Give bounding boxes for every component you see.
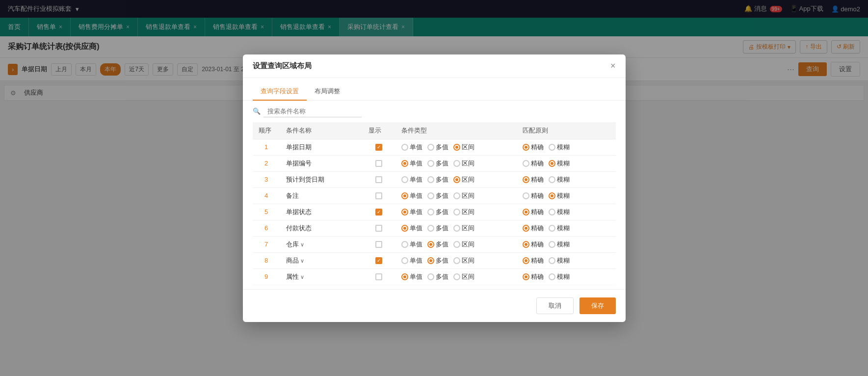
tab-layout-adjust[interactable]: 布局调整 [307, 83, 348, 101]
tab-layout-adjust-label: 布局调整 [315, 87, 340, 95]
dialog-close-button[interactable]: × [610, 61, 616, 70]
dialog-header: 设置查询区域布局 × [243, 54, 626, 78]
search-row: 🔍 [243, 101, 626, 106]
modal-overlay[interactable]: 设置查询区域布局 × 查询字段设置 布局调整 🔍 顺序 [0, 0, 868, 105]
tab-query-fields[interactable]: 查询字段设置 [253, 83, 307, 101]
settings-dialog: 设置查询区域布局 × 查询字段设置 布局调整 🔍 顺序 [243, 54, 626, 106]
dialog-title: 设置查询区域布局 [253, 61, 312, 71]
tab-query-fields-label: 查询字段设置 [261, 87, 299, 95]
dialog-tabs: 查询字段设置 布局调整 [243, 78, 626, 101]
